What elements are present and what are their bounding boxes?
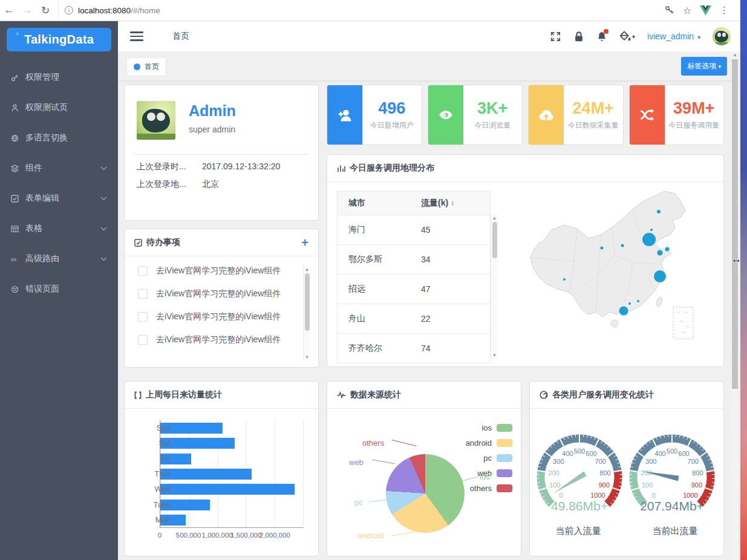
bar-chart-title: 上周每日来访量统计	[146, 389, 222, 400]
scroll-up-icon[interactable]: ▲	[304, 267, 310, 272]
vue-icon[interactable]	[700, 5, 711, 16]
pulse-icon	[337, 391, 346, 399]
todo-checkbox[interactable]	[138, 312, 148, 322]
sidebar-item-label: 权限管理	[25, 72, 107, 83]
svg-text:200: 200	[548, 469, 559, 477]
fullscreen-icon[interactable]	[550, 31, 561, 42]
slice-label-others: others	[362, 438, 384, 448]
todo-checkbox[interactable]	[138, 266, 148, 276]
y-tick-label: Tues	[144, 500, 171, 509]
y-tick-label: Fri	[144, 454, 171, 463]
cell-city: 齐齐哈尔	[338, 334, 410, 363]
slice-label-android: android	[357, 531, 383, 540]
user-field-row: 上次登录时...2017.09.12-13:32:20	[125, 155, 318, 172]
field-label: 上次登录地...	[137, 179, 202, 190]
todo-list: 去iView官网学习完整的iView组件去iView官网学习完整的iView组件…	[125, 259, 300, 351]
scrollbar-thumb[interactable]	[305, 273, 310, 331]
stat-label: 今日新增用户	[370, 120, 414, 131]
checkbox-icon	[11, 195, 25, 203]
geo-distribution-card: 今日服务调用地理分布 城市 流量(k) ▴▾ 海门45鄂尔多斯34招远47舟山2…	[327, 154, 724, 367]
city-traffic-table: 城市 流量(k) ▴▾ 海门45鄂尔多斯34招远47舟山22齐齐哈尔74	[337, 191, 491, 363]
sidebar-item-4[interactable]: 组件	[0, 153, 118, 183]
scroll-up-icon[interactable]: ▲	[731, 52, 739, 57]
table-row: 舟山22	[338, 304, 490, 334]
avatar[interactable]	[713, 27, 731, 45]
table-body: 海门45鄂尔多斯34招远47舟山22齐齐哈尔74	[338, 215, 490, 363]
city-bubble	[650, 229, 653, 231]
y-tick-label: Sun	[144, 423, 171, 432]
tag-options-button[interactable]: 标签选项 ▾	[681, 57, 727, 76]
top-header: 首页 ▾ iview_admin ▾	[118, 21, 740, 51]
sidebar-item-6[interactable]: 表格	[0, 213, 118, 244]
stat-value: 39M+	[673, 99, 714, 118]
page-scrollbar[interactable]: ▲	[731, 51, 739, 560]
lock-icon[interactable]	[573, 31, 584, 42]
star-icon[interactable]: ☆	[683, 5, 691, 16]
user-field-row: 上次登录地...北京	[125, 172, 318, 190]
todo-text: 去iView官网学习完整的iView组件	[156, 311, 281, 322]
table-scrollbar[interactable]: ▲ ▼	[491, 214, 498, 359]
todo-checkbox[interactable]	[138, 335, 148, 345]
y-tick-label: Mon	[144, 515, 171, 524]
legend-item-ios[interactable]: ios	[466, 420, 512, 435]
bar-sat	[160, 438, 235, 449]
svg-text:100: 100	[549, 481, 560, 489]
slice-label-line	[392, 440, 417, 446]
china-map	[509, 183, 717, 358]
hamburger-menu-icon[interactable]	[130, 29, 143, 44]
tag-bar: 首页 标签选项 ▾	[118, 51, 740, 80]
column-header-city[interactable]: 城市	[338, 192, 410, 215]
tab-home[interactable]: 首页	[126, 57, 166, 76]
logo-text: TalkingData	[24, 33, 94, 47]
sidebar-item-1[interactable]: 权限管理	[0, 62, 118, 93]
bar-wed	[160, 484, 295, 495]
legend-item-others[interactable]: others	[466, 481, 512, 496]
svg-text:400: 400	[562, 450, 573, 457]
sort-icon[interactable]: ▴▾	[451, 200, 454, 206]
scrollbar-thumb[interactable]	[732, 59, 738, 389]
svg-text:500: 500	[574, 448, 585, 455]
slice-label-line	[391, 530, 422, 536]
stat-value: 496	[378, 99, 405, 118]
key-icon[interactable]	[665, 5, 674, 15]
column-header-traffic[interactable]: 流量(k)	[421, 198, 448, 209]
sidebar-item-7[interactable]: ∞高级路由	[0, 244, 118, 274]
info-icon[interactable]: i	[65, 6, 73, 15]
refresh-icon[interactable]: ↻	[36, 1, 54, 19]
svg-text:100: 100	[642, 481, 653, 489]
dots-menu-icon[interactable]: ⋮	[720, 5, 729, 16]
sidebar-item-8[interactable]: 错误页面	[0, 274, 118, 304]
app-logo[interactable]: TalkingData	[7, 28, 111, 51]
address-bar[interactable]: i localhost:8080/#/home	[58, 0, 665, 21]
eye-icon	[428, 85, 463, 145]
todo-text: 去iView官网学习完整的iView组件	[156, 288, 281, 299]
bell-icon[interactable]	[596, 31, 607, 42]
forward-icon[interactable]: →	[18, 1, 36, 19]
todo-scrollbar[interactable]: ▲ ▼	[303, 265, 310, 361]
pie-legend: iosandroidpcwebothers	[466, 420, 512, 496]
bar-row	[160, 466, 303, 481]
sidebar-item-5[interactable]: 表单编辑	[0, 183, 118, 213]
gauge-caption: 当前出流量	[627, 526, 723, 537]
svg-text:300: 300	[645, 458, 656, 465]
dashboard-content: Admin super admin 上次登录时...2017.09.12-13:…	[118, 80, 740, 560]
user-menu[interactable]: iview_admin ▾	[647, 31, 700, 41]
table-row: 招远47	[338, 275, 490, 304]
theme-icon[interactable]: ▾	[619, 31, 635, 42]
user-name: Admin	[189, 102, 236, 120]
scroll-down-icon[interactable]: ▼	[304, 354, 310, 360]
scroll-up-icon[interactable]: ▲	[491, 215, 498, 221]
todo-checkbox[interactable]	[138, 289, 148, 299]
city-bubble	[642, 233, 656, 246]
legend-item-android[interactable]: android	[466, 435, 512, 451]
url-text[interactable]: localhost:8080/#/home	[78, 6, 160, 15]
sidebar-item-3[interactable]: 多语言切换	[0, 123, 118, 153]
legend-swatch	[497, 439, 512, 447]
back-icon[interactable]: ←	[0, 1, 18, 19]
sidebar-item-2[interactable]: 权限测试页	[0, 93, 118, 123]
scrollbar-thumb[interactable]	[492, 222, 497, 258]
scroll-down-icon[interactable]: ▼	[491, 353, 498, 358]
cell-city: 招远	[338, 275, 410, 304]
add-todo-button[interactable]: +	[301, 238, 308, 247]
legend-item-pc[interactable]: pc	[466, 451, 512, 466]
